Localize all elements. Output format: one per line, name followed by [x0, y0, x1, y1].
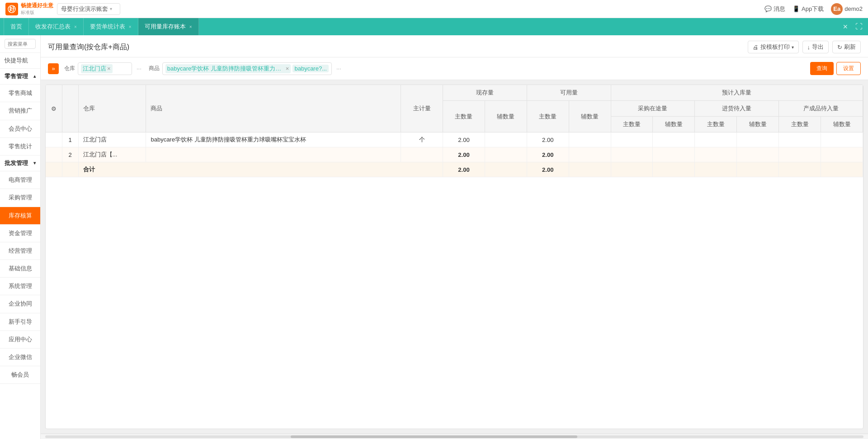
th-incoming-main: 主数量 — [695, 117, 737, 132]
sidebar-operation-label: 经营管理 — [9, 247, 32, 255]
tab-home[interactable]: 首页 — [4, 18, 29, 35]
export-btn[interactable]: ↓ 导出 — [802, 41, 829, 53]
sidebar-item-enterprise-wechat[interactable]: 企业微信 — [0, 349, 40, 366]
th-finished-pending: 产成品待入量 — [779, 101, 863, 117]
row1-current-aux — [485, 132, 527, 147]
th-purchase-transit-aux: 辅数量 — [653, 117, 695, 132]
sidebar-item-purchase-manage[interactable]: 采购管理 — [0, 189, 40, 207]
message-btn[interactable]: 💬 消息 — [764, 5, 785, 13]
sidebar-item-operation-manage[interactable]: 经营管理 — [0, 242, 40, 260]
product-tag-1-close[interactable]: × — [286, 65, 289, 72]
tab-available-stock-label: 可用量库存账本 — [145, 23, 186, 31]
sidebar-app-center-label: 应用中心 — [9, 335, 32, 344]
scrollbar-thumb[interactable] — [291, 435, 577, 438]
chevron-down-icon-2 — [33, 160, 36, 166]
th-expected-in: 预计入库量 — [611, 85, 863, 101]
user-area[interactable]: Ea demo2 — [831, 3, 863, 15]
row2-settings — [46, 147, 62, 162]
sidebar-basic-info-label: 基础信息 — [9, 264, 32, 273]
tab-requisition-close[interactable]: × — [129, 24, 132, 29]
sidebar-item-app-center[interactable]: 应用中心 — [0, 331, 40, 349]
logo-sub: 标准版 — [21, 9, 53, 16]
table-header-row-1: ⚙ 仓库 商品 主计量 现存量 — [46, 85, 863, 101]
sidebar-quick-nav-label: 快捷导航 — [5, 57, 28, 64]
tab-expand-icon[interactable]: ⛶ — [854, 23, 864, 31]
footer-current-aux — [485, 162, 527, 177]
top-bar-right: 💬 消息 📱 App下载 Ea demo2 — [764, 3, 863, 15]
sidebar-item-system-manage[interactable]: 系统管理 — [0, 278, 40, 295]
row1-incoming-main — [695, 132, 737, 147]
table-row: 2 江北门店【... 2.00 2.00 — [46, 147, 863, 162]
tab-available-stock[interactable]: 可用量库存账本 × — [138, 18, 199, 35]
print-template-btn[interactable]: 🖨 按模板打印 — [748, 41, 799, 53]
sidebar-finance-label: 资金管理 — [9, 229, 32, 237]
row2-no: 2 — [62, 147, 78, 162]
th-no — [62, 85, 78, 132]
tab-close-all-icon[interactable]: ✕ — [841, 23, 850, 30]
sidebar-purchase-label: 采购管理 — [9, 194, 32, 202]
sidebar-item-retail-stats[interactable]: 零售统计 — [0, 138, 40, 156]
footer-p-main — [611, 162, 653, 177]
tab-collect-pay-close[interactable]: × — [74, 24, 77, 29]
tab-collect-pay[interactable]: 收发存汇总表 × — [29, 18, 84, 35]
sidebar-item-new-guide[interactable]: 新手引导 — [0, 313, 40, 331]
product-tag-1: babycare学饮杯 儿童防摔防撞吸管杯重力球吸嘴杯宝宝水杯 × — [165, 64, 291, 73]
row1-warehouse: 江北门店 — [78, 132, 146, 147]
refresh-btn[interactable]: ↻ 刷新 — [832, 41, 861, 53]
app-download-btn[interactable]: 📱 App下载 — [793, 5, 824, 13]
tab-home-label: 首页 — [10, 23, 22, 31]
row2-current-main: 2.00 — [443, 147, 485, 162]
search-input[interactable] — [5, 39, 36, 49]
row1-avail-main: 2.00 — [527, 132, 569, 147]
filter-expand-btn[interactable]: » — [48, 63, 59, 74]
settings-btn[interactable]: 设置 — [836, 62, 861, 75]
sidebar-item-finance-manage[interactable]: 资金管理 — [0, 225, 40, 242]
row1-main-unit: 个 — [401, 132, 443, 147]
product-tag-2: babycare?... — [292, 65, 329, 72]
page-title: 可用量查询(按仓库+商品) — [48, 42, 129, 52]
sidebar-system-label: 系统管理 — [9, 282, 32, 290]
gear-icon[interactable]: ⚙ — [51, 105, 57, 112]
sidebar-item-zero-retail-manage[interactable]: 零售管理 — [0, 69, 40, 85]
sidebar-ecommerce-label: 电商管理 — [9, 176, 32, 184]
warehouse-tags[interactable]: 江北门店 × — [78, 62, 132, 75]
th-settings: ⚙ — [46, 85, 62, 132]
footer-label: 合计 — [78, 162, 443, 177]
row2-avail-aux — [569, 147, 611, 162]
row1-avail-aux — [569, 132, 611, 147]
row2-avail-main: 2.00 — [527, 147, 569, 162]
print-label: 按模板打印 — [760, 43, 790, 51]
tab-available-stock-close[interactable]: × — [189, 24, 192, 29]
sidebar-item-wholesale-manage[interactable]: 批发管理 — [0, 156, 40, 171]
sidebar-retail-stats-label: 零售统计 — [9, 142, 32, 151]
query-btn[interactable]: 查询 — [810, 62, 834, 75]
th-purchase-transit-main: 主数量 — [611, 117, 653, 132]
warehouse-tag-close[interactable]: × — [107, 65, 111, 72]
sidebar-item-vip-member[interactable]: 畅会员 — [0, 366, 40, 384]
th-avail-aux-qty: 辅数量 — [569, 101, 611, 132]
sidebar-item-inventory-check[interactable]: 库存核算 — [0, 207, 40, 225]
row2-purchase-aux — [653, 147, 695, 162]
sidebar-vip-member-label: 畅会员 — [11, 371, 29, 379]
industry-select-text: 母婴行业演示账套 — [61, 5, 108, 13]
tab-requisition[interactable]: 要货单统计表 × — [84, 18, 138, 35]
sidebar-item-marketing[interactable]: 营销推广 — [0, 102, 40, 120]
sidebar-item-member-center[interactable]: 会员中心 — [0, 120, 40, 138]
th-warehouse: 仓库 — [78, 85, 146, 132]
sidebar-item-quick-nav[interactable]: 快捷导航 — [0, 53, 40, 69]
product-tags[interactable]: babycare学饮杯 儿童防摔防撞吸管杯重力球吸嘴杯宝宝水杯 × babyca… — [162, 62, 332, 75]
warehouse-filter-group: 仓库 江北门店 × ··· — [64, 62, 143, 75]
row1-no: 1 — [62, 132, 78, 147]
main-layout: 快捷导航 零售管理 零售商城 营销推广 会员中心 零售统计 批发管理 电商管理 … — [0, 35, 868, 439]
scrollbar-track[interactable] — [45, 435, 863, 438]
industry-select[interactable]: 母婴行业演示账套 — [57, 3, 120, 15]
sidebar-item-enterprise-collab[interactable]: 企业协同 — [0, 295, 40, 313]
sidebar-item-ecommerce-manage[interactable]: 电商管理 — [0, 171, 40, 189]
sidebar-item-basic-info[interactable]: 基础信息 — [0, 260, 40, 278]
export-label: 导出 — [812, 43, 824, 51]
logo-text: 畅捷通好生意 — [21, 2, 53, 9]
sidebar-item-zero-retail-mall[interactable]: 零售商城 — [0, 85, 40, 102]
nav-tab-end: ✕ ⛶ — [841, 18, 864, 35]
sidebar-search-area — [0, 35, 40, 53]
filter-area: » 仓库 江北门店 × ··· 商品 babycare学饮杯 儿童防摔防撞吸管杯… — [41, 57, 868, 80]
